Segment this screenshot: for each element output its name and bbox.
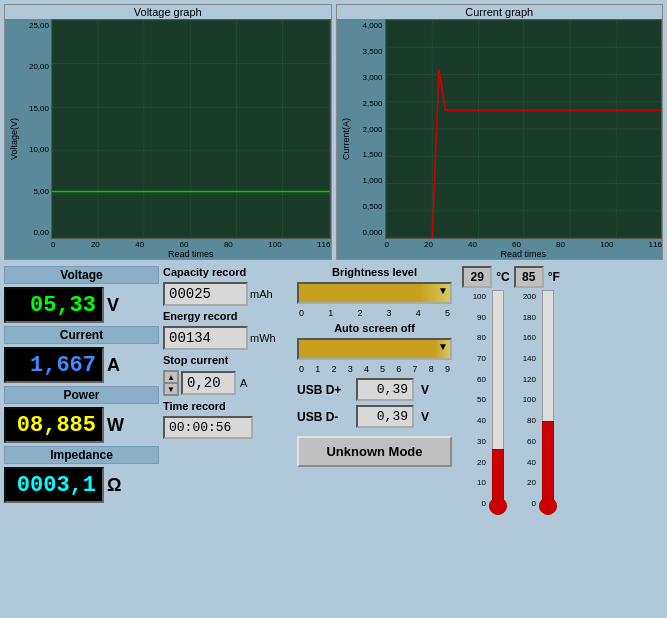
- capacity-label: Capacity record: [163, 266, 293, 278]
- voltage-meter-row: 05,33 V: [4, 287, 159, 323]
- impedance-display: 0003,1: [4, 467, 104, 503]
- autoscreen-label: Auto screen off: [297, 322, 452, 334]
- energy-label: Energy record: [163, 310, 293, 322]
- records-panel: Capacity record 00025 mAh Energy record …: [163, 266, 293, 568]
- impedance-meter-row: 0003,1 Ω: [4, 467, 159, 503]
- energy-unit: mWh: [250, 332, 276, 344]
- celsius-gauge: 100 90 80 70 60 50 40 30 20 10 0: [464, 290, 508, 510]
- impedance-value: 0003,1: [17, 473, 96, 498]
- power-value: 08,885: [17, 413, 96, 438]
- voltage-y-ticks: 25,00 20,00 15,00 10,00 5,00 0,00: [23, 19, 51, 239]
- voltage-label: Voltage: [4, 266, 159, 284]
- spinner-down[interactable]: ▼: [164, 383, 178, 395]
- voltage-x-ticks: 0 20 40 60 80 100 116: [23, 239, 331, 249]
- voltage-display: 05,33: [4, 287, 104, 323]
- spinner-up[interactable]: ▲: [164, 371, 178, 383]
- impedance-label: Impedance: [4, 446, 159, 464]
- thermometer-panel: 29 °C 85 °F 100 90 80 70 60 50 40 30 20 …: [456, 266, 566, 568]
- voltage-value: 05,33: [30, 293, 96, 318]
- autoscreen-ticks: 0 1 2 3 4 5 6 7 8 9: [297, 364, 452, 374]
- voltage-unit: V: [107, 295, 119, 316]
- thermo-top-row: 29 °C 85 °F: [462, 266, 560, 288]
- unknown-mode-button[interactable]: Unknown Mode: [297, 436, 452, 467]
- graphs-section: Voltage graph Voltage(V) 25,00 20,00 15,…: [0, 0, 667, 262]
- usb-dminus-label: USB D-: [297, 410, 352, 424]
- controls-panel: Brightness level ▼ 0 1 2 3 4 5 Auto scre…: [297, 266, 452, 568]
- current-display: 1,667: [4, 347, 104, 383]
- fahrenheit-scale: 200 180 160 140 120 100 80 60 40 20 0: [514, 290, 536, 510]
- power-meter-row: 08,885 W: [4, 407, 159, 443]
- voltage-x-label: Read times: [23, 249, 331, 259]
- current-label: Current: [4, 326, 159, 344]
- fahrenheit-gauge: 200 180 160 140 120 100 80 60 40 20 0: [514, 290, 558, 510]
- current-y-label: Current(A): [337, 19, 355, 259]
- capacity-row: 00025 mAh: [163, 282, 293, 306]
- stop-current-spinner[interactable]: ▲ ▼: [163, 370, 179, 396]
- current-meter-row: 1,667 A: [4, 347, 159, 383]
- brightness-slider[interactable]: ▼: [297, 282, 452, 304]
- usb-dplus-label: USB D+: [297, 383, 352, 397]
- celsius-unit-label: °C: [496, 270, 509, 284]
- stop-current-label: Stop current: [163, 354, 293, 366]
- usb-dplus-unit: V: [421, 383, 429, 397]
- meters-panel: Voltage 05,33 V Current 1,667 A Power 08…: [4, 266, 159, 568]
- power-display: 08,885: [4, 407, 104, 443]
- fahrenheit-bulb: [539, 497, 557, 515]
- current-graph-svg: [386, 20, 662, 238]
- bottom-panel: Voltage 05,33 V Current 1,667 A Power 08…: [0, 262, 667, 572]
- celsius-value-box: 29: [462, 266, 492, 288]
- capacity-display[interactable]: 00025: [163, 282, 248, 306]
- thermo-gauges: 100 90 80 70 60 50 40 30 20 10 0: [464, 290, 558, 568]
- usb-dminus-display: 0,39: [356, 405, 414, 428]
- time-display[interactable]: 00:00:56: [163, 416, 253, 439]
- usb-dplus-display: 0,39: [356, 378, 414, 401]
- fahrenheit-unit-label: °F: [548, 270, 560, 284]
- power-label: Power: [4, 386, 159, 404]
- current-x-ticks: 0 20 40 60 80 100 116: [355, 239, 663, 249]
- current-graph-container: Current graph Current(A) 4,000 3,500 3,0…: [336, 4, 664, 260]
- brightness-ticks: 0 1 2 3 4 5: [297, 308, 452, 318]
- autoscreen-slider[interactable]: ▼: [297, 338, 452, 360]
- power-unit: W: [107, 415, 124, 436]
- energy-row: 00134 mWh: [163, 326, 293, 350]
- stop-current-unit: A: [240, 377, 247, 389]
- voltage-graph-container: Voltage graph Voltage(V) 25,00 20,00 15,…: [4, 4, 332, 260]
- energy-display[interactable]: 00134: [163, 326, 248, 350]
- celsius-scale: 100 90 80 70 60 50 40 30 20 10 0: [464, 290, 486, 510]
- current-unit: A: [107, 355, 120, 376]
- current-graph-title: Current graph: [337, 5, 663, 19]
- stop-current-row: ▲ ▼ 0,20 A: [163, 370, 293, 396]
- current-y-ticks: 4,000 3,500 3,000 2,500 2,000 1,500 1,00…: [355, 19, 385, 239]
- usb-dplus-row: USB D+ 0,39 V: [297, 378, 452, 401]
- usb-dminus-row: USB D- 0,39 V: [297, 405, 452, 428]
- brightness-label: Brightness level: [297, 266, 452, 278]
- voltage-y-label: Voltage(V): [5, 19, 23, 259]
- usb-dminus-unit: V: [421, 410, 429, 424]
- current-x-label: Read times: [355, 249, 663, 259]
- autoscreen-dropdown-icon[interactable]: ▼: [438, 341, 448, 352]
- fahrenheit-tube: [538, 290, 558, 510]
- stop-current-display[interactable]: 0,20: [181, 371, 236, 395]
- time-row: 00:00:56: [163, 416, 293, 439]
- celsius-tube: [488, 290, 508, 510]
- voltage-graph-svg: [52, 20, 330, 238]
- fahrenheit-value-box: 85: [514, 266, 544, 288]
- capacity-unit: mAh: [250, 288, 273, 300]
- time-label: Time record: [163, 400, 293, 412]
- celsius-bulb: [489, 497, 507, 515]
- brightness-dropdown-icon[interactable]: ▼: [438, 285, 448, 296]
- voltage-graph-title: Voltage graph: [5, 5, 331, 19]
- current-value: 1,667: [30, 353, 96, 378]
- impedance-unit: Ω: [107, 475, 121, 496]
